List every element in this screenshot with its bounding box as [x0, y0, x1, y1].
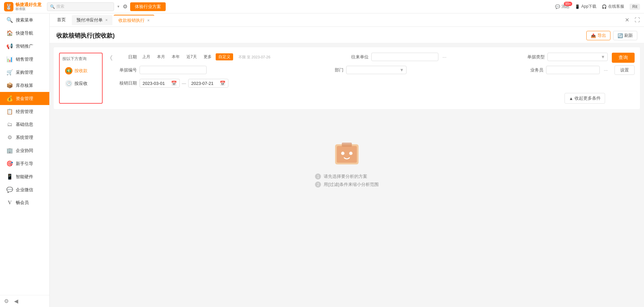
- solution-button[interactable]: 体验行业方案: [130, 2, 166, 11]
- tab-home[interactable]: 首页: [52, 15, 70, 25]
- filter-panel: 按以下方查询 💵 按收款 🕐 按应收 《: [54, 47, 640, 109]
- sidebar-bottom: ⚙ ◀: [0, 295, 49, 307]
- search-menu-icon: 🔍: [6, 17, 13, 23]
- filter-by-receivable[interactable]: 🕐 按应收: [62, 78, 99, 89]
- service-icon: 🎧: [602, 4, 607, 9]
- tab-close-icon[interactable]: ✕: [624, 16, 631, 24]
- writeoff-end-date[interactable]: 2023-07-21 📅: [188, 79, 228, 88]
- sidebar-item-quick-nav[interactable]: 🏠 快捷导航: [0, 27, 49, 40]
- tab-expand-icon[interactable]: ⛶: [633, 16, 641, 24]
- sidebar-item-label: 企业微信: [16, 187, 33, 193]
- online-service-button[interactable]: 🎧 在线客服: [602, 4, 624, 9]
- tab-bar: 首页 预付冲应付单 × 收款核销执行 × ✕ ⛶: [50, 13, 644, 27]
- filter-row-2: 单据编号 部门 ▼: [117, 66, 608, 74]
- salesperson-label: 业务员: [523, 67, 543, 73]
- user-profile[interactable]: Rit: [630, 4, 640, 10]
- counterparty-input[interactable]: [371, 53, 438, 61]
- search-bar[interactable]: 🔍 搜索: [47, 2, 114, 11]
- dept-select-wrapper: ▼: [346, 66, 407, 74]
- date-label: 日期: [117, 54, 137, 60]
- content-area: 首页 预付冲应付单 × 收款核销执行 × ✕ ⛶ 收款核销执行(按收款) 📤: [50, 13, 644, 307]
- guide-icon: 🎯: [6, 160, 13, 167]
- date-btn-7days[interactable]: 近7天: [184, 53, 200, 60]
- date-btn-custom[interactable]: 自定义: [216, 53, 233, 60]
- search-icon: 🔍: [50, 4, 55, 9]
- enterprise-icon: 🏢: [6, 147, 13, 154]
- app-logo: 🐰 畅捷通好生意 标准版: [4, 2, 42, 11]
- export-icon: 📤: [591, 33, 596, 38]
- chevron-down-icon[interactable]: ▼: [117, 5, 120, 8]
- docnumber-label: 单据编号: [117, 67, 137, 73]
- empty-hint-1-text: 请先选择要分析的方案: [324, 173, 367, 180]
- doctype-select-wrapper: ▼: [547, 53, 608, 61]
- salesperson-input[interactable]: [546, 66, 600, 74]
- writeoff-start-date[interactable]: 2023-03-01 📅: [140, 79, 180, 88]
- filter-collapse-button[interactable]: 《: [107, 54, 113, 62]
- sidebar-item-label: 企业协同: [16, 148, 33, 154]
- sidebar-item-system[interactable]: ⚙ 系统管理: [0, 131, 49, 144]
- sidebar-item-label: 智能硬件: [16, 174, 33, 180]
- sidebar-item-search[interactable]: 🔍 搜索菜单: [0, 13, 49, 27]
- purchase-icon: 🛒: [6, 69, 13, 75]
- sidebar-item-finance[interactable]: 💰 资金管理: [0, 92, 49, 105]
- dept-select[interactable]: [346, 66, 407, 74]
- sales-icon: 📊: [6, 56, 13, 62]
- sidebar-item-operation[interactable]: 📋 经营管理: [0, 105, 49, 118]
- top-bar: 🐰 畅捷通好生意 标准版 🔍 搜索 ▼ ⚙ 体验行业方案 💬 消息 99+ 📱 …: [0, 0, 644, 13]
- export-button[interactable]: 📤 导出: [586, 31, 610, 40]
- query-button[interactable]: 查询: [612, 53, 635, 63]
- empty-hint-2: 2 用[过滤]条件来缩小分析范围: [315, 182, 378, 188]
- sidebar-item-wechat[interactable]: 💬 企业微信: [0, 183, 49, 196]
- sidebar-item-sales[interactable]: 📊 销售管理: [0, 53, 49, 66]
- doctype-filter-group: 单据类型 ▼: [525, 53, 608, 61]
- app-download-button[interactable]: 📱 App下载: [575, 4, 596, 9]
- finance-icon: 💰: [6, 95, 13, 102]
- sidebar-item-label: 畅会员: [16, 200, 29, 206]
- docnumber-input[interactable]: [140, 66, 207, 74]
- sidebar-item-label: 资金管理: [16, 96, 33, 102]
- filter-by-receivable-label: 按应收: [74, 81, 88, 87]
- counterparty-dots[interactable]: ···: [442, 54, 446, 60]
- message-button[interactable]: 💬 消息 99+: [555, 4, 570, 9]
- hardware-icon: 📱: [6, 173, 13, 180]
- sidebar-item-hardware[interactable]: 📱 智能硬件: [0, 170, 49, 183]
- top-bar-right: 💬 消息 99+ 📱 App下载 🎧 在线客服 Rit: [555, 4, 640, 10]
- filter-by-receipt[interactable]: 💵 按收款: [62, 65, 99, 76]
- tab-prepay-close[interactable]: ×: [105, 18, 108, 22]
- message-icon: 💬: [555, 4, 560, 9]
- receipt-icon: 💵: [65, 67, 72, 74]
- tab-prepay[interactable]: 预付冲应付单 ×: [72, 15, 112, 25]
- date-btn-this-month[interactable]: 本月: [154, 53, 168, 60]
- refresh-button[interactable]: 🔄 刷新: [613, 31, 637, 40]
- date-btn-this-year[interactable]: 本年: [169, 53, 182, 60]
- setting-button[interactable]: 设置: [614, 65, 635, 75]
- salesperson-dots[interactable]: ···: [604, 67, 608, 73]
- empty-state: 1 请先选择要分析的方案 2 用[过滤]条件来缩小分析范围: [50, 109, 644, 201]
- tab-writeoff[interactable]: 收款核销执行 ×: [114, 15, 154, 25]
- home-icon: 🏠: [6, 30, 13, 36]
- sidebar-item-label: 搜索菜单: [16, 17, 33, 23]
- collapse-sidebar-icon[interactable]: ◀: [14, 298, 18, 304]
- date-btn-last-month[interactable]: 上月: [140, 53, 153, 60]
- settings-bottom-icon[interactable]: ⚙: [4, 298, 9, 304]
- filter-type-selector: 按以下方查询 💵 按收款 🕐 按应收: [59, 53, 103, 104]
- sidebar-item-guide[interactable]: 🎯 新手引导: [0, 157, 49, 170]
- sidebar-item-basic[interactable]: 🗂 基础信息: [0, 118, 49, 131]
- sidebar-item-label: 系统管理: [16, 135, 33, 141]
- empty-svg: [330, 136, 364, 169]
- sidebar-item-label: 销售管理: [16, 56, 33, 62]
- sidebar-item-purchase[interactable]: 🛒 采购管理: [0, 66, 49, 79]
- sidebar-item-member[interactable]: V 畅会员: [0, 196, 49, 209]
- operation-icon: 📋: [6, 108, 13, 115]
- tab-writeoff-close[interactable]: ×: [147, 18, 150, 23]
- doctype-select[interactable]: [547, 53, 608, 61]
- collapse-more-button[interactable]: ▲ 收起更多条件: [565, 93, 605, 104]
- gear-icon[interactable]: ⚙: [123, 3, 127, 10]
- sidebar-item-enterprise[interactable]: 🏢 企业协同: [0, 144, 49, 157]
- date-range-separator: —: [182, 81, 186, 86]
- sidebar-item-label: 库存核算: [16, 83, 33, 89]
- counterparty-filter-group: 往来单位 ···: [348, 53, 446, 61]
- date-btn-more[interactable]: 更多: [201, 53, 214, 60]
- sidebar-item-marketing[interactable]: 📢 营销推广: [0, 40, 49, 53]
- sidebar-item-inventory[interactable]: 📦 库存核算: [0, 79, 49, 92]
